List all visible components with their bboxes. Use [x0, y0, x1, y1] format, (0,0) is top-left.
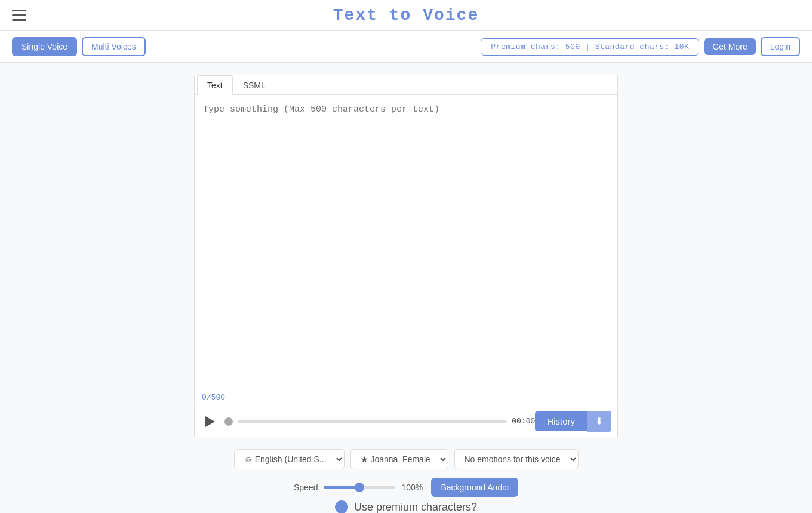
language-select[interactable]: ☺ English (United S...	[234, 449, 345, 469]
tab-ssml[interactable]: SSML	[233, 75, 276, 95]
progress-dot	[224, 417, 233, 426]
single-voice-button[interactable]: Single Voice	[12, 37, 77, 56]
time-display: 00:00	[512, 417, 535, 426]
background-audio-button[interactable]: Background Audio	[431, 478, 518, 497]
page-title: Text to Voice	[333, 6, 479, 24]
emotion-select[interactable]: No emotions for this voice	[454, 449, 579, 469]
speed-row: Speed 100% Background Audio	[294, 478, 518, 497]
speed-label: Speed	[294, 483, 318, 492]
get-more-button[interactable]: Get More	[704, 38, 755, 55]
audio-controls: 00:00 History ⬇	[194, 406, 618, 437]
header: Text to Voice	[0, 0, 812, 31]
chars-info: Premium chars: 500 | Standard chars: 10K	[481, 38, 699, 56]
premium-text: Use premium characters?	[354, 501, 477, 514]
progress-track[interactable]	[238, 420, 507, 423]
voice-settings: ☺ English (United S... ★ Joanna, Female …	[194, 449, 618, 497]
play-icon	[205, 416, 215, 427]
download-icon: ⬇	[595, 416, 603, 427]
main-content: Text SSML 0/500 00:00 History ⬇ ☺ Englis…	[0, 63, 812, 513]
voice-row: ☺ English (United S... ★ Joanna, Female …	[234, 449, 579, 469]
toolbar: Single Voice Multi Voices Premium chars:…	[0, 31, 812, 63]
progress-container	[220, 417, 512, 426]
multi-voices-button[interactable]: Multi Voices	[82, 37, 146, 56]
premium-row: Use premium characters?	[335, 500, 477, 513]
premium-toggle[interactable]	[335, 500, 348, 513]
play-button[interactable]	[201, 414, 220, 429]
char-count: 0/500	[195, 389, 617, 406]
textarea-wrapper	[195, 95, 617, 389]
login-button[interactable]: Login	[761, 37, 800, 56]
tabs: Text SSML	[195, 75, 617, 95]
text-input[interactable]	[197, 97, 615, 384]
menu-icon[interactable]	[12, 10, 26, 21]
history-button[interactable]: History	[535, 411, 587, 431]
voice-select[interactable]: ★ Joanna, Female	[350, 449, 448, 469]
speed-slider[interactable]	[324, 486, 395, 489]
editor-container: Text SSML 0/500	[194, 75, 618, 406]
speed-percent: 100%	[401, 483, 425, 492]
download-button[interactable]: ⬇	[587, 411, 611, 432]
tab-text[interactable]: Text	[197, 75, 233, 95]
